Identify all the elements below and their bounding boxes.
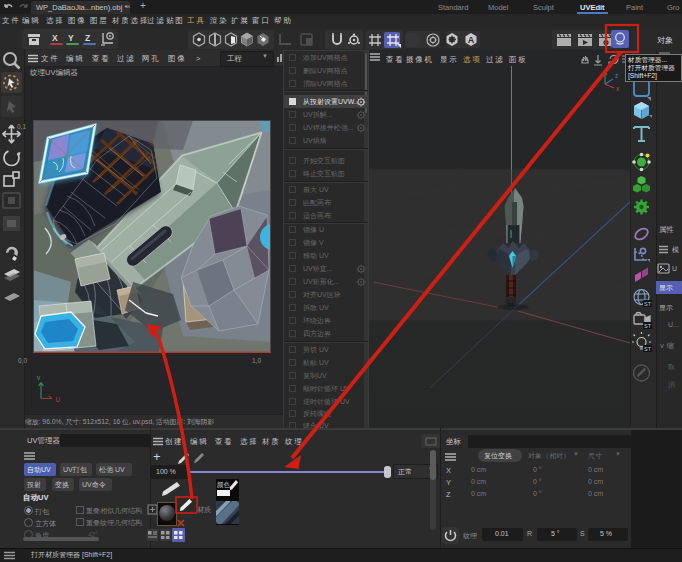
svg-text:U: U [56,396,61,403]
svg-text:z: z [615,72,618,79]
svg-text:ST: ST [644,301,652,307]
svg-text:A: A [468,35,475,45]
svg-text:v: v [37,374,41,381]
svg-text:ST: ST [644,323,652,329]
svg-text:ST: ST [644,346,652,352]
